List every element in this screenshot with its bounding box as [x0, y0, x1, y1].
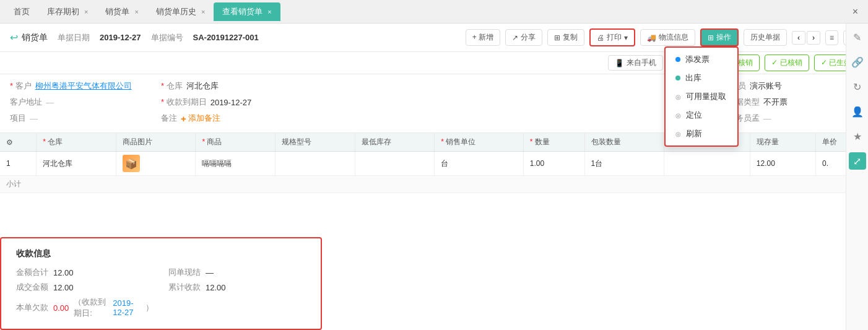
list-view-button[interactable]: ≡ [825, 30, 838, 45]
menu-locate[interactable]: ◎ 定位 [666, 106, 737, 124]
copy-label: 复制 [563, 32, 578, 43]
next-page-button[interactable]: › [807, 31, 820, 45]
col-unit: * 销售单位 [435, 133, 524, 152]
operations-label: 操作 [716, 32, 731, 43]
cell-product-img: 📦 [116, 152, 196, 176]
ticket-type-value: 不开票 [763, 97, 788, 108]
receipt-deal-amount: 成交金额 12.00 [16, 282, 154, 293]
logistics-button[interactable]: 🚚 物流信息 [640, 29, 695, 46]
project-label: 项目 [10, 113, 26, 124]
logistics-label: 物流信息 [659, 32, 688, 43]
available-pickup-icon: ◎ [675, 93, 681, 100]
receipt-total-amount: 金额合计 12.00 [16, 267, 154, 278]
tab-home-label: 首页 [14, 6, 30, 17]
doc-type-icon: ↩ [10, 32, 18, 43]
warehouse-value: 河北仓库 [186, 80, 219, 92]
plus-icon: + [181, 113, 186, 124]
new-label: + 新增 [472, 32, 493, 43]
menu-add-invoice[interactable]: 添发票 [666, 50, 737, 69]
payment-date-value: 2019-12-27 [210, 98, 252, 107]
history-button[interactable]: 历史单据 [744, 29, 787, 46]
main-content: ↩ 销货单 单据日期 2019-12-27 单据编号 SA-20191227-0… [0, 24, 868, 330]
salesperson-field: 业务员孟 — [722, 113, 858, 124]
doc-meta: 单据日期 2019-12-27 单据编号 SA-20191227-001 [58, 32, 259, 43]
receipt-grid: 金额合计 12.00 同单现结 — 成交金额 12.00 累计收款 12.00 … [16, 267, 306, 319]
tab-view-sales-close[interactable]: × [267, 8, 271, 15]
col-pkg-qty: 包装数量 [584, 133, 664, 152]
from-phone-label: 来自手机 [627, 58, 656, 68]
doc-type-label: 销货单 [22, 32, 48, 43]
outbound-dot [675, 76, 680, 80]
cell-warehouse: 河北仓库 [37, 152, 116, 176]
operations-button[interactable]: ⊞ 操作 [700, 28, 739, 46]
receipt-due-date: 2019-12-27 [113, 298, 141, 317]
receipt-deal-label: 成交金额 [16, 282, 48, 293]
cell-available [664, 152, 750, 176]
cell-product: 嗝嗝嗝嗝 [196, 152, 276, 176]
tab-inventory[interactable]: 库存期初 × [38, 2, 97, 21]
note-field: 备注 + 添加备注 [161, 113, 297, 124]
cell-stock: 12.00 [750, 152, 815, 176]
menu-refresh[interactable]: ◎ 刷新 [666, 124, 737, 143]
salesperson-value: — [763, 114, 771, 123]
locate-icon: ◎ [675, 112, 681, 119]
receipt-total-label: 金额合计 [16, 267, 48, 278]
copy-button[interactable]: ⊞ 复制 [547, 29, 584, 46]
receipt-accumulated-label: 累计收款 [168, 282, 201, 293]
product-thumbnail: 📦 [123, 155, 140, 172]
address-field: 客户地址 — [10, 97, 146, 108]
sidebar-link-icon[interactable]: 🔗 [849, 53, 866, 71]
available-pickup-label: 可用量提取 [686, 91, 726, 102]
doc-date-label: 单据日期 [58, 32, 90, 43]
receipt-same-settlement: 同单现结 — [168, 267, 306, 278]
tab-home[interactable]: 首页 [5, 2, 38, 21]
cell-spec [276, 152, 355, 176]
outbound-label: 出库 [685, 72, 701, 84]
from-phone-button[interactable]: 📱 来自手机 [608, 55, 663, 71]
col-warehouse: * 仓库 [37, 133, 116, 152]
sidebar-expand-icon[interactable]: ⤢ [849, 152, 866, 170]
tab-sales-close[interactable]: × [134, 8, 138, 15]
address-label: 客户地址 [10, 97, 42, 108]
project-value: — [30, 114, 38, 123]
payment-date-label: 收款到期日 [161, 97, 207, 108]
tab-inventory-close[interactable]: × [84, 8, 88, 15]
print-button[interactable]: 🖨 打印 ▾ [589, 28, 635, 46]
refresh-label: 刷新 [686, 128, 702, 139]
sidebar-user-icon[interactable]: 👤 [849, 103, 866, 120]
tab-sales-label: 销货单 [105, 6, 129, 17]
cell-quantity: 1.00 [523, 152, 584, 176]
subtotal-label: 小计 [0, 176, 868, 193]
col-product-img: 商品图片 [116, 133, 196, 152]
menu-available-pickup[interactable]: ◎ 可用量提取 [666, 87, 737, 106]
sidebar-star-icon[interactable]: ★ [849, 128, 866, 145]
doc-header: ↩ 销货单 单据日期 2019-12-27 单据编号 SA-20191227-0… [0, 24, 868, 52]
receipt-section: 收款信息 金额合计 12.00 同单现结 — 成交金额 12.00 累计收款 1… [0, 237, 322, 330]
cell-unit: 台 [435, 152, 524, 176]
tab-sales-history-close[interactable]: × [201, 8, 205, 15]
doc-date-value: 2019-12-27 [100, 33, 141, 42]
operations-icon: ⊞ [708, 33, 714, 42]
revoke-button[interactable]: ✓ 已核销 [765, 54, 809, 71]
receipt-deal-value: 12.00 [53, 283, 74, 292]
doc-title: ↩ 销货单 [10, 32, 48, 43]
add-note-button[interactable]: + 添加备注 [181, 113, 220, 124]
tab-view-sales[interactable]: 查看销货单 × [214, 2, 280, 21]
sidebar-rotate-icon[interactable]: ↻ [849, 78, 866, 95]
tab-sales[interactable]: 销货单 × [97, 2, 147, 21]
share-icon: ↗ [512, 33, 518, 42]
customer-value[interactable]: 柳州粤港平安气体有限公司 [35, 80, 132, 92]
prev-page-button[interactable]: ‹ [792, 31, 805, 45]
doc-number-value: SA-20191227-001 [193, 33, 259, 42]
share-button[interactable]: ↗ 分享 [505, 29, 542, 46]
tab-sales-history[interactable]: 销货单历史 × [147, 2, 214, 21]
new-button[interactable]: + 新增 [466, 29, 500, 46]
warehouse-field: 仓库 河北仓库 [161, 80, 297, 92]
toolbar: + 新增 ↗ 分享 ⊞ 复制 🖨 打印 ▾ 🚚 物流信息 [466, 28, 858, 46]
add-invoice-label: 添发票 [685, 54, 710, 65]
menu-outbound[interactable]: 出库 [666, 69, 737, 87]
sidebar-edit-icon[interactable]: ✎ [849, 28, 866, 46]
tab-bar-close-button[interactable]: × [848, 4, 863, 20]
pagination-arrows: ‹ › [792, 31, 820, 45]
receipt-due-label: 本单欠款 [16, 302, 48, 313]
